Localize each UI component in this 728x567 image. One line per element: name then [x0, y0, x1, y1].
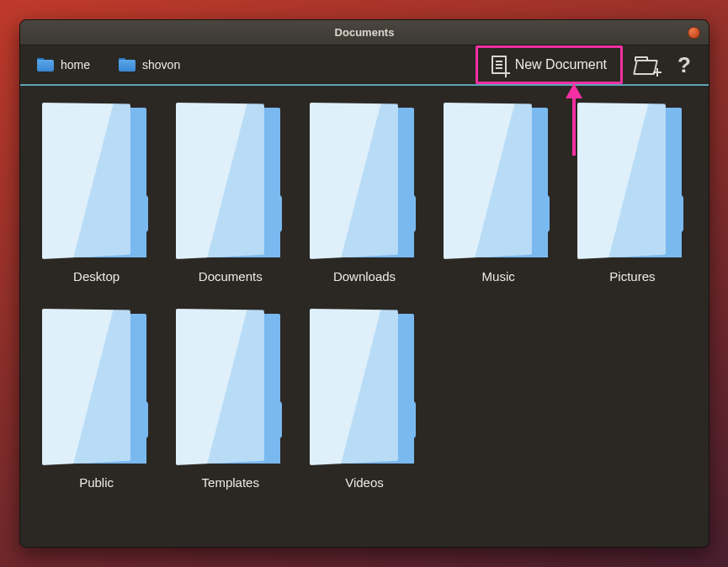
folder-item[interactable]: Pictures [571, 103, 693, 284]
folder-label: Documents [199, 269, 263, 284]
folder-item[interactable]: Desktop [35, 103, 157, 284]
folder-icon [444, 103, 553, 262]
toolbar: home shovon New Document ? [20, 45, 709, 86]
breadcrumb-home[interactable]: home [29, 50, 98, 79]
help-icon: ? [673, 52, 695, 78]
new-document-button[interactable]: New Document [481, 50, 617, 80]
window-title: Documents [335, 26, 395, 39]
folder-item[interactable]: Templates [169, 309, 291, 490]
toolbar-actions: New Document ? [476, 45, 700, 84]
folder-icon [310, 103, 419, 262]
content-area: DesktopDocumentsDownloadsMusicPicturesPu… [20, 86, 709, 547]
folder-label: Public [79, 475, 114, 490]
breadcrumb-user[interactable]: shovon [110, 50, 189, 79]
folder-item[interactable]: Downloads [303, 103, 425, 284]
help-button[interactable]: ? [668, 50, 700, 80]
folder-label: Desktop [73, 269, 120, 284]
breadcrumb-label: home [61, 58, 90, 72]
close-button[interactable] [688, 26, 700, 39]
folder-label: Music [482, 269, 515, 284]
folder-label: Videos [345, 475, 384, 490]
folder-label: Templates [202, 475, 259, 490]
folder-icon [577, 103, 687, 262]
new-document-icon [492, 56, 507, 74]
folder-icon [119, 58, 136, 72]
annotation-highlight: New Document [476, 45, 623, 84]
titlebar: Documents [20, 20, 709, 45]
folder-item[interactable]: Music [438, 103, 560, 284]
folder-icon [42, 309, 151, 469]
breadcrumb-label: shovon [142, 58, 180, 72]
file-manager-window: Documents home shovon New Document [19, 19, 709, 548]
annotation-arrow [572, 97, 576, 156]
folder-icon [176, 309, 285, 469]
folder-item[interactable]: Public [35, 309, 157, 490]
new-folder-icon [635, 56, 656, 73]
new-document-label: New Document [515, 57, 607, 72]
folder-item[interactable]: Documents [169, 103, 291, 284]
folder-icon [42, 103, 151, 262]
new-folder-button[interactable] [630, 50, 662, 80]
folder-label: Downloads [333, 269, 396, 284]
folder-icon [176, 103, 285, 262]
folder-label: Pictures [609, 269, 655, 284]
folder-item[interactable]: Videos [303, 309, 425, 490]
folder-grid: DesktopDocumentsDownloadsMusicPicturesPu… [35, 103, 693, 490]
folder-icon [37, 58, 54, 72]
folder-icon [310, 309, 419, 469]
